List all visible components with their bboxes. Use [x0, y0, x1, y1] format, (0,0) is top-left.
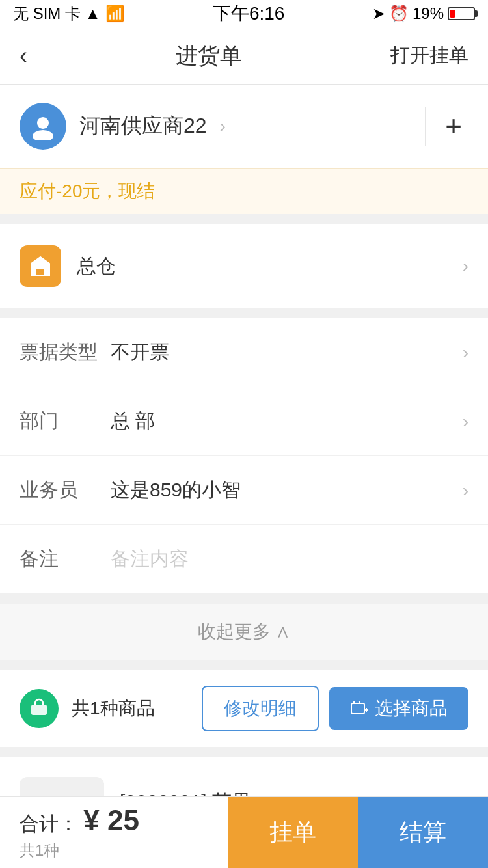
total-main: 合计： ¥ 25: [20, 804, 208, 837]
product-section: 共1种商品 修改明细 选择商品: [0, 670, 488, 747]
invoice-type-label: 票据类型: [20, 339, 111, 366]
wifi-icon: 📶: [105, 5, 125, 23]
battery-text: 19%: [413, 5, 444, 23]
supplier-section: 河南供应商22 › + 应付-20元，现结: [0, 85, 488, 214]
warehouse-name: 总仓: [77, 253, 463, 280]
warehouse-icon: [20, 245, 61, 287]
hang-button[interactable]: 挂单: [228, 797, 358, 869]
status-left: 无 SIM 卡 ▲ 📶: [13, 3, 125, 24]
supplier-chevron-icon: ›: [220, 116, 226, 137]
total-sub: 共1种: [20, 840, 208, 861]
total-label: 合计：: [20, 813, 78, 834]
department-row[interactable]: 部门 总 部 ›: [0, 387, 488, 455]
battery-icon: [448, 7, 475, 20]
department-value: 总 部: [111, 408, 463, 435]
svg-point-1: [33, 130, 53, 140]
supplier-left: 河南供应商22 ›: [20, 103, 412, 150]
svg-rect-4: [351, 703, 364, 714]
supplier-notice: 应付-20元，现结: [0, 168, 488, 214]
salesperson-row[interactable]: 业务员 这是859的小智 ›: [0, 455, 488, 524]
bottom-bar: 合计： ¥ 25 共1种 挂单 结算: [0, 796, 488, 868]
salesperson-chevron-icon: ›: [463, 480, 468, 501]
checkout-button[interactable]: 结算: [358, 797, 488, 869]
salesperson-value: 这是859的小智: [111, 477, 463, 504]
alarm-icon: ⏰: [389, 5, 409, 23]
remark-input[interactable]: 备注内容: [111, 546, 468, 573]
warehouse-row[interactable]: 总仓 ›: [0, 224, 488, 308]
invoice-type-row[interactable]: 票据类型 不开票 ›: [0, 318, 488, 387]
svg-rect-2: [36, 269, 44, 275]
page-title: 进货单: [176, 41, 242, 71]
invoice-chevron-icon: ›: [463, 342, 468, 363]
supplier-avatar: [20, 103, 66, 150]
edit-detail-button[interactable]: 修改明细: [202, 686, 319, 731]
salesperson-label: 业务员: [20, 477, 111, 504]
warehouse-section: 总仓 ›: [0, 224, 488, 308]
location-icon: ➤: [372, 5, 385, 23]
supplier-row[interactable]: 河南供应商22 › +: [0, 85, 488, 168]
bottom-total: 合计： ¥ 25 共1种: [0, 804, 228, 861]
warehouse-chevron-icon: ›: [463, 256, 468, 277]
add-supplier-button[interactable]: +: [439, 110, 468, 142]
svg-rect-3: [31, 705, 47, 715]
main-content: 河南供应商22 › + 应付-20元，现结 总仓 › 票据类型 不开票 ›: [0, 85, 488, 868]
invoice-type-value: 不开票: [111, 339, 463, 366]
supplier-divider: [425, 107, 426, 146]
select-product-button[interactable]: 选择商品: [329, 687, 468, 730]
remark-label: 备注: [20, 546, 111, 573]
status-right: ➤ ⏰ 19%: [372, 5, 475, 23]
svg-point-0: [37, 117, 49, 129]
product-count: 共1种商品: [72, 696, 189, 721]
back-button[interactable]: ‹: [20, 42, 27, 70]
status-bar: 无 SIM 卡 ▲ 📶 下午6:16 ➤ ⏰ 19%: [0, 0, 488, 27]
sim-status: 无 SIM 卡 ▲: [13, 3, 100, 24]
nav-bar: ‹ 进货单 打开挂单: [0, 27, 488, 85]
remark-row[interactable]: 备注 备注内容: [0, 524, 488, 593]
supplier-name: 河南供应商22: [79, 112, 207, 141]
department-label: 部门: [20, 408, 111, 435]
form-section: 票据类型 不开票 › 部门 总 部 › 业务员 这是859的小智 › 备注 备注…: [0, 318, 488, 593]
product-header: 共1种商品 修改明细 选择商品: [0, 670, 488, 747]
total-amount: ¥ 25: [83, 804, 139, 836]
collapse-label: 收起更多 ∧: [198, 619, 291, 644]
select-product-label: 选择商品: [375, 696, 448, 721]
open-hang-button[interactable]: 打开挂单: [390, 42, 468, 69]
product-icon: [20, 689, 59, 728]
collapse-row[interactable]: 收起更多 ∧: [0, 604, 488, 660]
status-time: 下午6:16: [213, 1, 285, 26]
product-action-buttons: 修改明细 选择商品: [202, 686, 468, 731]
department-chevron-icon: ›: [463, 411, 468, 432]
